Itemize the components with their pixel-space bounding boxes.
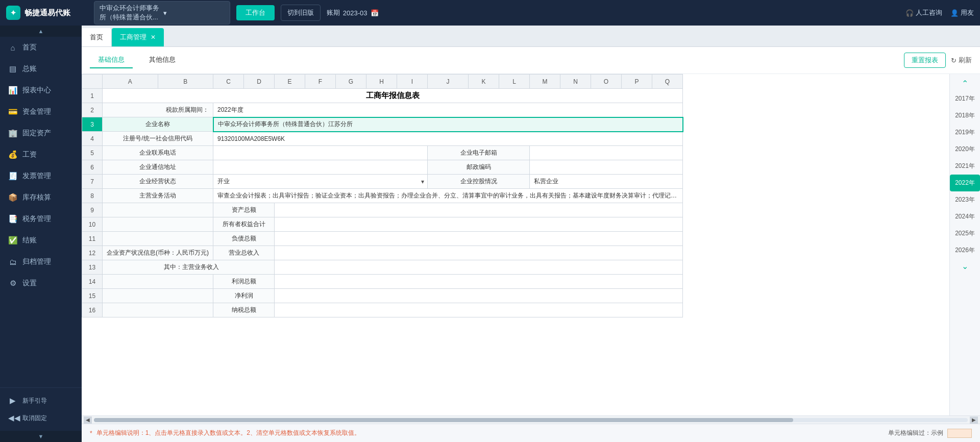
tab-home-label: 首页	[90, 33, 103, 42]
tax-period-label: 税款所属期间：	[103, 103, 213, 117]
table-row: 8 主营业务活动 审查企业会计报表；出具审计报告；验证企业资本；出具验资报告；办…	[82, 189, 683, 203]
sidebar-item-report-center[interactable]: 📊 报表中心	[0, 80, 82, 101]
refresh-button[interactable]: ↻ 刷新	[951, 56, 972, 65]
email-value[interactable]	[530, 146, 683, 160]
headset-icon: 🎧	[905, 9, 914, 17]
contact-phone-label: 企业联系电话	[103, 146, 213, 160]
year-nav-up[interactable]: ⌃	[950, 76, 980, 90]
user-button[interactable]: 👤 用友	[950, 8, 974, 17]
contact-phone-value[interactable]	[213, 146, 428, 160]
sidebar-item-capital-mgmt[interactable]: 💳 资金管理	[0, 101, 82, 122]
sidebar-item-unpin[interactable]: ◀◀ 取消固定	[0, 409, 82, 427]
col-header-E: E	[275, 75, 305, 89]
sidebar: ▲ ⌂ 首页 ▤ 总账 📊 报表中心 💳 资金管理 🏢 固定资产 💰 工资 🧾 …	[0, 26, 82, 442]
year-item-2026[interactable]: 2026年	[950, 242, 980, 259]
h-scroll-track[interactable]	[94, 418, 968, 422]
year-item-2019[interactable]: 2019年	[950, 124, 980, 141]
year-item-2024[interactable]: 2024年	[950, 208, 980, 225]
tab-close-icon[interactable]: ✕	[151, 34, 156, 41]
old-version-button[interactable]: 切到旧版	[281, 5, 321, 21]
company-name-value[interactable]: 中审众环会计师事务所（特殊普通合伙）江苏分所	[213, 117, 683, 132]
sidebar-label-home: 首页	[22, 43, 37, 52]
year-item-2020[interactable]: 2020年	[950, 141, 980, 158]
year-item-2021[interactable]: 2021年	[950, 158, 980, 175]
year-nav-down[interactable]: ⌄	[950, 259, 980, 273]
revenue-value[interactable]	[275, 246, 683, 260]
sidebar-scroll-down[interactable]: ▼	[0, 431, 82, 442]
company-selector[interactable]: 中审众环会计师事务所（特殊普通合伙... ▾	[94, 1, 230, 24]
sidebar-item-salary[interactable]: 💰 工资	[0, 144, 82, 165]
h-scroll-bar[interactable]: ◀ ▶	[82, 415, 980, 424]
title-cell[interactable]: 工商年报信息表	[103, 89, 683, 103]
h-scroll-right-btn[interactable]: ▶	[970, 416, 978, 424]
row-num-6: 6	[82, 160, 103, 175]
account-period-label: 账期	[327, 8, 340, 17]
row-num-2: 2	[82, 103, 103, 117]
total-profit-value[interactable]	[275, 275, 683, 289]
sidebar-label-tax-mgmt: 税务管理	[22, 214, 51, 224]
year-item-2018[interactable]: 2018年	[950, 107, 980, 124]
sub-tab-basic-info[interactable]: 基础信息	[90, 52, 133, 68]
h-scroll-thumb[interactable]	[94, 418, 793, 422]
row-num-12: 12	[82, 246, 103, 260]
sidebar-label-settings: 设置	[22, 279, 37, 288]
sidebar-item-new-guide[interactable]: ▶ 新手引导	[0, 392, 82, 409]
calendar-icon[interactable]: 📅	[371, 9, 379, 17]
year-item-2022[interactable]: 2022年	[950, 175, 980, 191]
total-assets-value[interactable]	[275, 203, 683, 217]
holding-value[interactable]: 私营企业	[530, 175, 683, 189]
col-header-B: B	[158, 75, 213, 89]
col-header-D: D	[244, 75, 275, 89]
address-value[interactable]	[213, 160, 428, 175]
year-sidebar: ⌃ 2017年 2018年 2019年 2020年 2021年 2022年 20…	[949, 74, 980, 415]
total-tax-value[interactable]	[275, 303, 683, 317]
sidebar-item-general-ledger[interactable]: ▤ 总账	[0, 58, 82, 80]
col-header-N: N	[560, 75, 591, 89]
sidebar-bottom: ▶ 新手引导 ◀◀ 取消固定	[0, 387, 82, 431]
sidebar-item-fixed-assets[interactable]: 🏢 固定资产	[0, 122, 82, 144]
toolbar-right: 重置报表 ↻ 刷新	[904, 53, 972, 68]
assets-section-empty-14	[103, 275, 213, 289]
user-icon: 👤	[950, 9, 959, 17]
biz-status-value[interactable]: 开业 ▾	[213, 175, 428, 189]
sidebar-item-archive-mgmt[interactable]: 🗂 归档管理	[0, 251, 82, 273]
year-item-2017[interactable]: 2017年	[950, 90, 980, 107]
sidebar-item-checkout[interactable]: ✅ 结账	[0, 230, 82, 251]
postal-value[interactable]	[530, 160, 683, 175]
sidebar-item-tax-mgmt[interactable]: 📑 税务管理	[0, 208, 82, 230]
year-item-2023[interactable]: 2023年	[950, 191, 980, 208]
tab-industrial-commerce[interactable]: 工商管理 ✕	[112, 28, 164, 46]
year-item-2025[interactable]: 2025年	[950, 225, 980, 242]
sidebar-label-fixed-assets: 固定资产	[22, 129, 51, 138]
equity-value[interactable]	[275, 217, 683, 232]
settings-icon: ⚙	[8, 279, 17, 288]
consult-button[interactable]: 🎧 人工咨询	[905, 8, 942, 17]
sidebar-item-settings[interactable]: ⚙ 设置	[0, 273, 82, 294]
main-biz-value[interactable]: 审查企业会计报表；出具审计报告；验证企业资本；出具验资报告；办理企业合并、分立、…	[213, 189, 683, 203]
net-profit-value[interactable]	[275, 289, 683, 303]
consult-label: 人工咨询	[916, 8, 942, 17]
sub-tab-other-info[interactable]: 其他信息	[141, 52, 184, 68]
top-header: ✦ 畅捷通易代账 中审众环会计师事务所（特殊普通合伙... ▾ 工作台 切到旧版…	[0, 0, 980, 26]
liabilities-value[interactable]	[275, 232, 683, 246]
sidebar-scroll-up[interactable]: ▲	[0, 26, 82, 37]
table-wrapper[interactable]: A B C D E F G H I J K L	[82, 74, 949, 415]
sidebar-item-inventory[interactable]: 📦 库存核算	[0, 187, 82, 208]
sidebar-item-invoice-mgmt[interactable]: 🧾 发票管理	[0, 165, 82, 187]
workbench-button[interactable]: 工作台	[236, 5, 275, 20]
reset-report-button[interactable]: 重置报表	[904, 53, 946, 68]
chevron-up-icon: ⌃	[962, 79, 968, 88]
col-header-C: C	[213, 75, 244, 89]
main-revenue-value[interactable]	[275, 260, 683, 275]
table-row-selected: 3 企业名称 中审众环会计师事务所（特殊普通合伙）江苏分所	[82, 117, 683, 132]
h-scroll-left-btn[interactable]: ◀	[84, 416, 92, 424]
tab-home[interactable]: 首页	[82, 28, 112, 46]
sidebar-item-home[interactable]: ⌂ 首页	[0, 37, 82, 58]
col-header-F: F	[305, 75, 336, 89]
tax-icon: 📑	[8, 214, 17, 224]
reg-no-value[interactable]: 91320100MA208E5W6K	[213, 132, 683, 146]
capital-icon: 💳	[8, 107, 17, 116]
row-num-15: 15	[82, 289, 103, 303]
tax-period-value[interactable]: 2022年度	[213, 103, 683, 117]
bottom-bar: * 单元格编辑说明：1、点击单元格直接录入数值或文本。2、清空单元格数值或文本恢…	[82, 424, 980, 442]
